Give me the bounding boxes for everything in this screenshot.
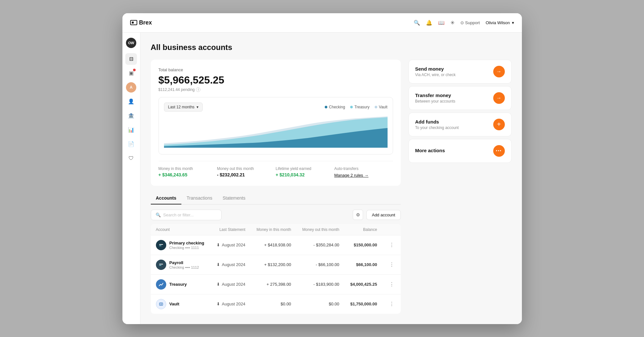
table-header: Account Last Statement Money in this mon… (151, 224, 401, 235)
account-info: Payroll Checking •••• 1112 (156, 260, 206, 270)
tab-statements[interactable]: Statements (217, 192, 251, 204)
account-name: Treasury (169, 282, 187, 287)
account-sub: Checking •••• 1112 (169, 265, 199, 269)
accounts-table: Account Last Statement Money in this mon… (151, 224, 401, 314)
statement-date: August 2024 (222, 282, 245, 287)
search-icon[interactable]: 🔍 (414, 20, 420, 26)
bookmark-icon[interactable]: 📖 (438, 20, 445, 26)
legend-treasury: Treasury (350, 105, 370, 109)
more-actions-button[interactable]: ••• (493, 145, 505, 157)
download-icon[interactable]: ⬇ (216, 243, 220, 247)
support-link[interactable]: ⊙ Support (460, 20, 480, 25)
sidebar-item-docs[interactable]: 📄 (125, 138, 137, 150)
tab-accounts[interactable]: Accounts (151, 192, 182, 204)
add-account-button[interactable]: Add account (366, 210, 400, 220)
balance-cell: $1,750,000.00 (344, 294, 382, 314)
star-icon[interactable]: ✳ (450, 20, 455, 26)
balance-section: Total balance $5,966,525.25 $112,241.44 … (151, 60, 401, 186)
total-balance-amount: $5,966,525.25 (159, 74, 393, 86)
add-funds-content: Add funds To your checking account (415, 119, 459, 130)
sidebar-item-analytics[interactable]: 📊 (125, 124, 137, 136)
svg-rect-1 (159, 244, 163, 245)
search-icon: 🔍 (156, 213, 161, 217)
chart-filter-dropdown[interactable]: Last 12 months ▾ (164, 103, 203, 112)
statement-value: ⬇ August 2024 (216, 262, 245, 267)
pending-amount: $112,241.44 pending i (159, 87, 393, 92)
send-money-card[interactable]: Send money Via ACH, wire, or check → (409, 60, 512, 84)
statement-value: ⬇ August 2024 (216, 302, 245, 306)
balance-chart (164, 115, 388, 148)
action-row-right: ⚙ Add account (353, 210, 400, 220)
stat-yield-label: Lifetime yield earned (276, 166, 329, 171)
tabs: Accounts Transactions Statements (151, 192, 401, 204)
chevron-down-icon: ▾ (512, 20, 514, 25)
table-row: Payroll Checking •••• 1112 ⬇ August 2024… (151, 255, 401, 274)
info-icon[interactable]: i (196, 87, 200, 92)
search-placeholder: Search or filter... (163, 213, 194, 217)
send-money-button[interactable]: → (493, 66, 505, 77)
more-actions-card[interactable]: More actions ••• (409, 139, 512, 163)
stat-money-out-label: Money out this month (217, 166, 271, 171)
legend-label-treasury: Treasury (354, 105, 370, 109)
row-more-button[interactable]: ⋮ (388, 280, 396, 289)
sidebar-item-cards[interactable]: ▣ (125, 67, 137, 79)
chevron-down-icon: ▾ (197, 105, 198, 109)
statement-date: August 2024 (222, 243, 245, 247)
transfer-money-title: Transfer money (415, 93, 456, 98)
account-details: Vault (169, 302, 179, 306)
bell-icon[interactable]: 🔔 (426, 20, 432, 26)
gear-settings-button[interactable]: ⚙ (353, 210, 363, 220)
transfer-money-card[interactable]: Transfer money Between your accounts → (409, 86, 512, 110)
sidebar-item-activity[interactable]: A (125, 82, 137, 93)
add-funds-button[interactable]: + (493, 119, 505, 130)
col-header-actions (382, 224, 400, 235)
balance-cell: $66,100.00 (344, 255, 382, 274)
cards-icon: ▣ (129, 70, 134, 76)
brex-logo-icon (130, 20, 137, 25)
user-menu[interactable]: Olivia Wilson ▾ (485, 20, 514, 25)
stat-money-in-label: Money in this month (159, 166, 212, 171)
support-label: Support (465, 20, 480, 25)
brex-logo[interactable]: Brex (130, 19, 152, 26)
account-name: Payroll (169, 260, 199, 265)
money-in-cell: $0.00 (251, 294, 296, 314)
stat-money-out: Money out this month - $232,002.21 (217, 166, 276, 178)
manage-rules-link[interactable]: Manage 2 rules → (334, 173, 369, 178)
activity-icon: A (126, 82, 136, 93)
money-in-cell: + $418,938.00 (251, 235, 296, 255)
chart-header: Last 12 months ▾ Checking (164, 103, 388, 112)
sidebar-item-security[interactable]: 🛡 (125, 153, 137, 164)
row-more-button[interactable]: ⋮ (388, 260, 396, 269)
stats-row: Money in this month + $346,243.65 Money … (159, 161, 393, 178)
search-box[interactable]: 🔍 Search or filter... (151, 210, 222, 220)
legend-checking: Checking (325, 105, 345, 109)
right-panel: Send money Via ACH, wire, or check → Tra… (409, 60, 512, 314)
download-icon[interactable]: ⬇ (216, 302, 220, 306)
money-out-cell: $0.00 (296, 294, 344, 314)
account-details: Payroll Checking •••• 1112 (169, 260, 199, 269)
transfer-money-content: Transfer money Between your accounts (415, 93, 456, 104)
statement-value: ⬇ August 2024 (216, 243, 245, 247)
sidebar-item-home[interactable]: ⊟ (125, 53, 137, 65)
contacts-icon: 👤 (128, 98, 134, 104)
statement-cell: ⬇ August 2024 (210, 235, 250, 255)
chart-filter-label: Last 12 months (168, 105, 195, 109)
add-funds-card[interactable]: Add funds To your checking account + (409, 113, 512, 136)
download-icon[interactable]: ⬇ (216, 262, 220, 267)
tab-transactions[interactable]: Transactions (181, 192, 217, 204)
account-icon (156, 240, 166, 250)
sidebar-item-contacts[interactable]: 👤 (125, 96, 137, 107)
sidebar-avatar[interactable]: OW (126, 38, 136, 48)
statement-value: ⬇ August 2024 (216, 282, 245, 287)
transfer-money-button[interactable]: → (493, 92, 505, 104)
brex-logo-text: Brex (139, 19, 152, 26)
download-icon[interactable]: ⬇ (216, 282, 220, 287)
col-header-money-out: Money out this month (296, 224, 344, 235)
legend-label-vault: Vault (379, 105, 387, 109)
account-details: Primary checking Checking •••• 1111 (169, 241, 204, 250)
col-header-account: Account (151, 224, 211, 235)
sidebar-item-accounts[interactable]: 🏦 (125, 110, 137, 122)
row-more-button[interactable]: ⋮ (388, 241, 396, 249)
row-more-button[interactable]: ⋮ (388, 300, 396, 308)
legend-dot-vault (375, 106, 377, 108)
